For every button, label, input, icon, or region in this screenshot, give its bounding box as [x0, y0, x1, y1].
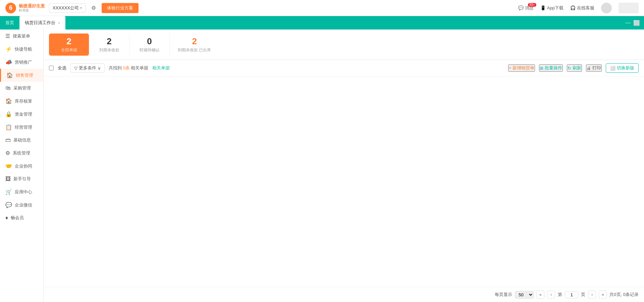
- stat-card-overdue[interactable]: 2 到期未收款: [89, 34, 129, 56]
- last-page-btn[interactable]: »: [599, 291, 607, 299]
- sidebar-member-label: 畅会员: [11, 215, 24, 221]
- inventory-icon: 🏠: [5, 98, 12, 104]
- user-name-area: [619, 3, 639, 13]
- sidebar-item-search[interactable]: ☰ 搜索菜单: [0, 29, 43, 43]
- sidebar-operations-label: 经营管理: [15, 124, 32, 130]
- service-icon: 🎧: [570, 5, 576, 10]
- sidebar-item-operations[interactable]: 📋 经营管理: [0, 121, 43, 134]
- stat-all-label: 全部单据: [61, 47, 77, 53]
- nav-tab-actions: — ⬜: [621, 20, 644, 26]
- marketing-icon: 📣: [5, 59, 12, 65]
- app-download-label: App下载: [547, 5, 564, 11]
- sidebar-item-purchase[interactable]: 🛍 采购管理: [0, 82, 43, 95]
- tab-daily-work[interactable]: 钱货日清工作台 ×: [19, 16, 65, 29]
- stat-all-number: 2: [66, 36, 71, 47]
- sidebar-search-label: 搜索菜单: [13, 33, 30, 39]
- stat-card-all[interactable]: 2 全部单据: [49, 34, 89, 56]
- select-all-checkbox[interactable]: [49, 66, 54, 70]
- sidebar-inventory-label: 库存核算: [15, 98, 32, 104]
- stat-overdue-label: 到期未收款: [99, 47, 119, 53]
- sidebar-item-sales[interactable]: 🏠 销售管理: [0, 69, 43, 82]
- online-service-btn[interactable]: 🎧 在线客服: [570, 5, 594, 11]
- tab-close-icon[interactable]: ×: [58, 21, 60, 25]
- page-label: 第: [558, 292, 562, 298]
- first-page-btn[interactable]: «: [536, 291, 544, 299]
- sidebar-item-newbie[interactable]: 🖼 新手引导: [0, 173, 43, 185]
- stat-shipped-number: 2: [192, 36, 197, 47]
- sidebar-system-label: 系统管理: [13, 150, 30, 156]
- switch-icon: ⬜: [610, 66, 615, 71]
- filter-icon: ▽: [74, 66, 77, 71]
- print-btn[interactable]: 🖨 打印: [586, 64, 602, 72]
- toolbar-left: 全选 ▽ 更多条件 ∨ 共找到 0条 相关单据 相关单据: [49, 63, 504, 73]
- sales-icon: 🏠: [6, 72, 13, 78]
- toolbar: 全选 ▽ 更多条件 ∨ 共找到 0条 相关单据 相关单据 + 新增销货单 ⊞ 批…: [44, 60, 644, 76]
- sidebar-shortcut-label: 快捷导航: [15, 46, 32, 52]
- filter-btn-label: 更多条件: [79, 65, 96, 71]
- capital-icon: 🔒: [5, 111, 12, 117]
- batch-op-btn[interactable]: ⊞ 批量操作: [539, 64, 563, 72]
- settings-gear-icon[interactable]: ⚙: [88, 3, 99, 13]
- maximize-icon[interactable]: ⬜: [633, 20, 640, 26]
- trial-btn[interactable]: 体验行业方案: [102, 3, 139, 13]
- switch-new-btn[interactable]: ⬜ 切换新版: [606, 63, 639, 73]
- member-icon: ♦: [5, 215, 8, 221]
- shortcut-icon: ⚡: [5, 46, 12, 52]
- stat-overdue-number: 2: [107, 36, 111, 47]
- sidebar-item-system[interactable]: ⚙ 系统管理: [0, 146, 43, 160]
- filter-chevron-icon: ∨: [98, 66, 101, 71]
- company-selector[interactable]: XXXXXX公司 ▾: [49, 3, 86, 13]
- select-all-label: 全选: [58, 65, 66, 71]
- per-page-select[interactable]: 50 100: [515, 291, 534, 299]
- basic-info-icon: 🗃: [5, 137, 11, 143]
- message-btn[interactable]: 💬 消息 99+: [518, 5, 534, 11]
- sidebar-item-enterprise-wechat[interactable]: 💬 企业微信: [0, 198, 43, 212]
- refresh-btn[interactable]: ↻ 刷新: [567, 64, 582, 72]
- page-input[interactable]: [565, 291, 578, 298]
- sidebar-item-capital[interactable]: 🔒 资金管理: [0, 108, 43, 121]
- sidebar-sales-label: 销售管理: [16, 72, 33, 78]
- app-center-icon: 🛒: [5, 189, 12, 195]
- app-download-btn[interactable]: 📱 App下载: [540, 5, 564, 11]
- purchase-icon: 🛍: [5, 85, 11, 91]
- tab-daily-work-label: 钱货日清工作台: [25, 20, 55, 26]
- sidebar-item-member[interactable]: ♦ 畅会员: [0, 212, 43, 224]
- sidebar-item-marketing[interactable]: 📣 营销推广: [0, 56, 43, 69]
- online-service-label: 在线客服: [577, 5, 594, 11]
- logo-area: 6 畅捷通好生意 标准版: [5, 3, 49, 13]
- download-icon: 📱: [540, 5, 546, 10]
- tab-home-label: 首页: [5, 20, 14, 26]
- stat-card-shipped[interactable]: 2 到期未收款 已出库: [170, 34, 219, 56]
- message-icon: 💬: [518, 5, 524, 10]
- sidebar-app-center-label: 应用中心: [15, 189, 32, 195]
- sidebar-item-app-center[interactable]: 🛒 应用中心: [0, 185, 43, 198]
- sidebar-enterprise-wechat-label: 企业微信: [15, 202, 32, 208]
- total-info: 共0页, 0条记录: [609, 292, 639, 298]
- sidebar-newbie-label: 新手引导: [13, 176, 31, 182]
- logo-sub-text: 标准版: [19, 8, 45, 12]
- enterprise-wechat-icon: 💬: [5, 202, 12, 208]
- filter-btn[interactable]: ▽ 更多条件 ∨: [70, 63, 105, 73]
- per-page-label: 每页显示: [495, 292, 512, 298]
- sidebar-purchase-label: 采购管理: [13, 85, 31, 91]
- search-icon: ☰: [5, 33, 10, 39]
- next-page-btn[interactable]: ›: [588, 291, 596, 299]
- table-area: [44, 76, 644, 287]
- found-count: 0条: [123, 65, 130, 70]
- minimize-icon[interactable]: —: [625, 20, 631, 26]
- sidebar-item-inventory[interactable]: 🏠 库存核算: [0, 95, 43, 108]
- sidebar-item-basic-info[interactable]: 🗃 基础信息: [0, 134, 43, 146]
- chevron-down-icon: ▾: [80, 6, 82, 10]
- new-sale-btn[interactable]: + 新增销货单: [508, 64, 535, 72]
- sidebar-marketing-label: 营销推广: [15, 59, 32, 65]
- prev-page-btn[interactable]: ‹: [547, 291, 555, 299]
- stat-pending-label: 旺辅待确认: [140, 47, 160, 53]
- nav-tabs-bar: 首页 钱货日清工作台 × — ⬜: [0, 16, 644, 29]
- sidebar-item-shortcut[interactable]: ⚡ 快捷导航: [0, 43, 43, 56]
- avatar[interactable]: [601, 3, 612, 13]
- sidebar-item-enterprise-coop[interactable]: 🤝 企业协同: [0, 160, 43, 173]
- related-orders-link[interactable]: 相关单据: [152, 65, 170, 71]
- tab-home[interactable]: 首页: [0, 16, 19, 29]
- stat-card-pending[interactable]: 0 旺辅待确认: [129, 34, 170, 56]
- pagination-bar: 每页显示 50 100 « ‹ 第 页 › » 共0页, 0条记录: [44, 287, 644, 302]
